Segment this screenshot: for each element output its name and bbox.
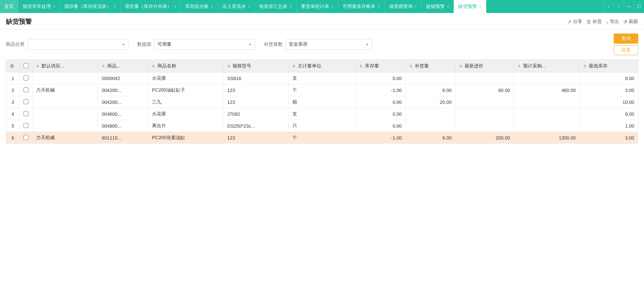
datasource-filter-group: 数据源 可用量 ▼ [137,39,255,50]
cell-latest-price-2 [455,96,514,108]
replenish-dropdown-icon: ▼ [365,43,369,47]
col-replenish-qty[interactable]: ⇅ 补货量 [405,60,455,72]
tab-close-overstock-warning[interactable]: × [447,4,449,9]
sort-icon-product-name: ⇅ [152,64,155,68]
col-stock-qty[interactable]: ⇅ 库存量 [356,60,405,72]
supplement-button[interactable]: ☰ 补货 [587,18,602,25]
col-product-code[interactable]: ⇅ 商品... [98,60,148,72]
tab-collect-summary[interactable]: 收发存汇总表 × [255,0,296,13]
tab-close-expiry-query[interactable]: × [415,4,417,9]
cell-min-stock-4: 1.00 [579,120,638,132]
row-checkbox-0[interactable] [23,75,29,80]
col-est-purchase[interactable]: ⇅ 预计采购... [514,60,579,72]
cell-product-code-5: 801110... [98,132,148,144]
tab-scroll-left[interactable]: ‹ [604,0,614,13]
sort-icon-est-purchase: ⇅ [518,64,521,68]
cell-replenish-qty-4 [405,120,455,132]
tab-close-demand-stat[interactable]: × [331,4,334,9]
tab-close-stock-dist[interactable]: × [174,4,176,9]
tab-close-inout-flow[interactable]: × [248,4,250,9]
tab-stock-status[interactable]: 现存量（库存状况表） × [60,0,120,13]
cell-product-code-1: 004200... [98,84,148,96]
tab-expiry-query[interactable]: 保质期查询 × [385,0,422,13]
tab-overstock-warning[interactable]: 超储预警 × [422,0,454,13]
col-latest-price[interactable]: ⇅ 最新进价 [455,60,514,72]
row-checkbox-2[interactable] [23,99,29,104]
cell-latest-price-5: 200.00 [455,132,514,144]
tab-close-stock-status[interactable]: × [113,4,116,9]
cell-checkbox-1[interactable] [20,84,32,96]
datasource-dropdown-icon: ▼ [248,43,252,47]
cell-checkbox-4[interactable] [20,120,32,132]
replenish-select[interactable]: 安全库存 ▼ [286,39,372,50]
col-min-stock[interactable]: ⇅ 最低库存 [579,60,638,72]
table-body: 1 0000042 火花塞 SS816 支 0.00 8.00 2 力天机械 0… [6,72,638,144]
cell-product-code-2: 004200... [98,96,148,108]
tab-nav-buttons: ‹ › — ☐ [604,0,644,13]
cell-unit-5: 个 [288,132,356,144]
tab-home[interactable]: 首页 [0,0,18,13]
cell-product-name-5: PC200张紧油缸 [148,132,223,144]
tab-demand-stat[interactable]: 要货单统计表 × [297,0,338,13]
cell-checkbox-5[interactable] [20,132,32,144]
cell-checkbox-0[interactable] [20,72,32,84]
row-checkbox-4[interactable] [23,123,29,128]
cell-stock-qty-4: 0.00 [356,120,405,132]
sort-icon-unit: ⇅ [292,64,295,68]
cell-est-purchase-4 [514,120,579,132]
row-checkbox-5[interactable] [23,135,29,140]
tab-stock-dist[interactable]: 现存量（库存分布表） × [121,0,181,13]
col-unit[interactable]: ⇅ 主计量单位 [288,60,356,72]
category-filter-group: 商品分类 ▼ [6,39,129,50]
cell-spec-4: DS250*23c... [223,120,288,132]
table-row: 2 力天机械 004200... PC200油缸缸子 123 个 -1.00 6… [6,84,638,96]
filter-actions: 查询 设置 [614,34,638,55]
tab-close-collect-summary[interactable]: × [290,4,292,9]
category-select[interactable]: ▼ [27,39,129,50]
export-button[interactable]: ↓ 导出 [606,18,619,25]
tab-close-batch-account[interactable]: × [211,4,213,9]
share-button[interactable]: ↗ 分享 [567,18,582,25]
col-settings: ⚙ [6,60,20,72]
tab-available-ledger[interactable]: 可用量库存账本 × [338,0,384,13]
tab-shortage-warning[interactable]: 缺货预警 × [454,0,486,13]
cell-est-purchase-0 [514,72,579,84]
col-default-supplier[interactable]: ⇅ 默认供应... [32,60,98,72]
refresh-button[interactable]: ↺ 刷新 [623,18,638,25]
cell-num-0: 1 [6,72,20,84]
tab-close-shortage-warning[interactable]: × [479,4,481,9]
cell-supplier-5: 力天机械 [32,132,98,144]
cell-checkbox-3[interactable] [20,108,32,120]
datasource-select[interactable]: 可用量 ▼ [154,39,255,50]
col-checkbox [20,60,32,72]
cell-spec-0: SS816 [223,72,288,84]
query-button[interactable]: 查询 [614,34,638,44]
page-title: 缺货预警 [6,17,32,26]
col-product-name[interactable]: ⇅ 商品名称 [148,60,223,72]
tab-batch-account[interactable]: 库存批次账 × [181,0,218,13]
cell-num-3: 4 [6,108,20,120]
cell-min-stock-2: 10.00 [579,96,638,108]
cell-checkbox-2[interactable] [20,96,32,108]
settings-button[interactable]: 设置 [614,45,638,55]
col-spec-model[interactable]: ⇅ 规格型号 [223,60,288,72]
category-label: 商品分类 [6,41,25,48]
tab-scroll-right[interactable]: › [614,0,624,13]
tab-inout-flow[interactable]: 出入库流水 × [218,0,255,13]
sort-icon-supplier: ⇅ [36,64,39,68]
tab-defect-handle[interactable]: 拣货异常处理 × [18,0,60,13]
cell-min-stock-0: 8.00 [579,72,638,84]
tab-close-available-ledger[interactable]: × [378,4,380,9]
cell-min-stock-5: 3.00 [579,132,638,144]
cell-spec-3: J7092 [223,108,288,120]
row-checkbox-3[interactable] [23,111,29,116]
table-row: 5 004800... 离合片 DS250*23c... 只 0.00 1.00 [6,120,638,132]
row-checkbox-1[interactable] [23,87,29,92]
gear-icon[interactable]: ⚙ [10,63,14,69]
tab-minimize[interactable]: — [624,0,634,13]
tab-close-defect-handle[interactable]: × [53,4,55,9]
cell-replenish-qty-2: 20.00 [405,96,455,108]
tab-maximize[interactable]: ☐ [634,0,644,13]
select-all-checkbox[interactable] [23,63,29,68]
cell-unit-1: 个 [288,84,356,96]
